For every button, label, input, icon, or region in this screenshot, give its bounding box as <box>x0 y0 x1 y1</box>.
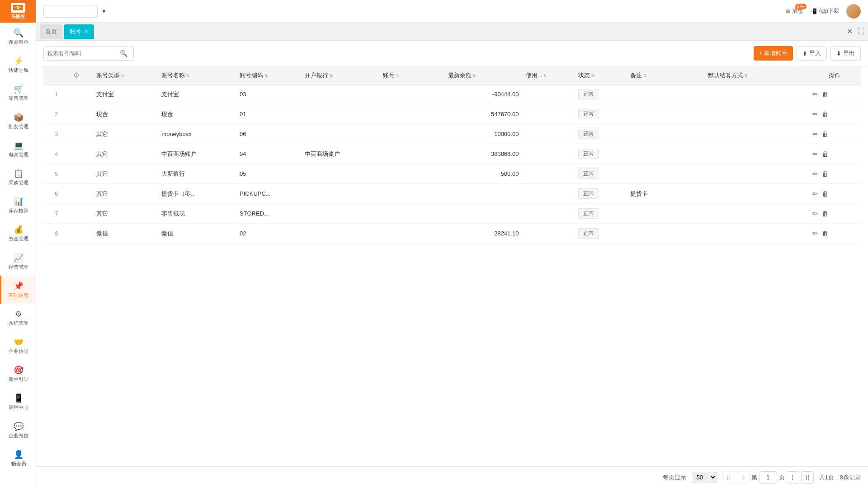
row-default <box>704 84 808 104</box>
row-use <box>522 164 574 184</box>
sidebar-item-label: 经营管理 <box>9 264 28 270</box>
delete-icon[interactable]: 🗑 <box>822 150 829 158</box>
row-settings <box>70 124 93 144</box>
tab-minimize-icon[interactable]: ✕ <box>847 27 853 36</box>
row-bank <box>301 84 379 104</box>
tab-maximize-icon[interactable]: ⛶ <box>858 27 864 36</box>
sidebar-item-label: 批发管理 <box>9 124 28 130</box>
row-status: 正常 <box>575 204 627 224</box>
sidebar-item-shortcut[interactable]: ⚡ 快捷导航 <box>0 51 36 79</box>
status-badge: 正常 <box>578 129 599 139</box>
last-page-button[interactable]: ⟩⟩ <box>801 471 814 484</box>
accounts-table: ⚙ 账号类型⇅ 账号名称⇅ 账号编码⇅ 开户银行⇅ <box>43 66 861 244</box>
edit-icon[interactable]: ✏ <box>812 190 818 198</box>
delete-icon[interactable]: 🗑 <box>822 210 829 217</box>
sidebar-item-app-center[interactable]: 📱 应用中心 <box>0 388 36 416</box>
delete-icon[interactable]: 🗑 <box>822 110 829 118</box>
sidebar-item-wholesale[interactable]: 📦 批发管理 <box>0 107 36 135</box>
row-balance: 383866.00 <box>444 144 523 164</box>
export-button[interactable]: ⬇ 导出 <box>830 46 861 61</box>
delete-icon[interactable]: 🗑 <box>822 230 829 237</box>
sidebar-item-label: 基础信息 <box>9 292 28 298</box>
sidebar-item-enterprise-wechat[interactable]: 💬 企业微信 <box>0 416 36 444</box>
col-settings[interactable]: ⚙ <box>70 66 93 84</box>
edit-icon[interactable]: ✏ <box>812 90 818 99</box>
sort-icon: ⇅ <box>121 73 124 78</box>
edit-icon[interactable]: ✏ <box>812 210 818 218</box>
row-num: 7 <box>43 204 70 224</box>
sidebar-item-search[interactable]: 🔍 搜索菜单 <box>0 23 36 51</box>
row-use <box>522 124 574 144</box>
edit-icon[interactable]: ✏ <box>812 110 818 118</box>
col-use-header[interactable]: 使用...⇅ <box>522 66 574 84</box>
sidebar-item-guide[interactable]: 🎯 新手引导 <box>0 360 36 388</box>
page-size-select[interactable]: 50 100 <box>692 472 717 483</box>
row-account <box>379 84 444 104</box>
row-use <box>522 84 574 104</box>
sidebar-item-retail[interactable]: 🛒 零售管理 <box>0 79 36 107</box>
sort-icon: ⇅ <box>591 73 594 78</box>
row-default <box>704 144 808 164</box>
guide-icon: 🎯 <box>14 365 24 375</box>
message-button[interactable]: ✉ 消息 99+ <box>786 7 803 15</box>
header-search-input[interactable] <box>43 5 98 18</box>
sidebar-item-finance[interactable]: 💰 资金管理 <box>0 219 36 247</box>
edit-icon[interactable]: ✏ <box>812 230 818 238</box>
next-page-button[interactable]: ⟩ <box>787 471 799 484</box>
sidebar-item-label: 新手引导 <box>9 376 28 382</box>
app-center-icon: 📱 <box>14 393 24 403</box>
sidebar-item-inventory[interactable]: 📊 库存核算 <box>0 191 36 219</box>
col-status-header[interactable]: 状态⇅ <box>575 66 627 84</box>
sidebar-item-operations[interactable]: 📈 经营管理 <box>0 248 36 276</box>
tab-home[interactable]: 首页 <box>40 24 62 39</box>
import-button[interactable]: ⬆ 导入 <box>797 46 827 61</box>
sidebar-item-ecommerce[interactable]: 💻 电商管理 <box>0 135 36 163</box>
col-note-header[interactable]: 备注⇅ <box>627 66 705 84</box>
col-balance-header[interactable]: 最新余额⇅ <box>444 66 523 84</box>
app-download-button[interactable]: 📲 App下载 <box>810 7 839 15</box>
tab-close-icon[interactable]: ✕ <box>84 29 89 34</box>
col-default-header[interactable]: 默认结算方式⇅ <box>704 66 808 84</box>
sort-icon: ⇅ <box>744 73 748 78</box>
settings-icon[interactable]: ⚙ <box>73 71 80 79</box>
prev-page-button[interactable]: ⟨ <box>737 471 750 484</box>
row-balance: 28241.10 <box>444 224 523 244</box>
col-type-header[interactable]: 账号类型⇅ <box>93 66 158 84</box>
edit-icon[interactable]: ✏ <box>812 150 818 158</box>
app-logo: 乐版版 <box>0 0 36 23</box>
tab-accounts[interactable]: 账号 ✕ <box>64 24 94 39</box>
delete-icon[interactable]: 🗑 <box>822 190 829 197</box>
edit-icon[interactable]: ✏ <box>812 130 818 138</box>
sidebar-item-enterprise-collab[interactable]: 🤝 企业协同 <box>0 332 36 360</box>
header-dropdown[interactable]: ▼ <box>101 8 107 14</box>
add-account-button[interactable]: + 新增账号 <box>754 46 793 61</box>
page-number-input[interactable] <box>759 471 777 484</box>
row-status: 正常 <box>575 164 627 184</box>
row-balance <box>444 204 523 224</box>
col-code-header[interactable]: 账号编码⇅ <box>236 66 301 84</box>
delete-icon[interactable]: 🗑 <box>822 130 829 138</box>
col-account-header[interactable]: 账号⇅ <box>379 66 444 84</box>
pagination: ⟨⟨ ⟨ 第 页 ⟩ ⟩⟩ <box>722 471 814 484</box>
sidebar-item-system[interactable]: ⚙ 系统管理 <box>0 304 36 332</box>
sort-icon: ⇅ <box>186 73 189 78</box>
col-bank-header[interactable]: 开户银行⇅ <box>301 66 379 84</box>
sidebar-item-basic-info[interactable]: 📌 基础信息 <box>0 276 36 304</box>
row-use <box>522 144 574 164</box>
sidebar-item-purchase[interactable]: 📋 采购管理 <box>0 163 36 191</box>
delete-icon[interactable]: 🗑 <box>822 90 829 98</box>
edit-icon[interactable]: ✏ <box>812 170 818 178</box>
row-account <box>379 104 444 124</box>
table-row: 8 微信 微信 02 28241.10 正常 ✏ 🗑 <box>43 224 861 244</box>
row-code: 02 <box>236 224 301 244</box>
first-page-button[interactable]: ⟨⟨ <box>722 471 735 484</box>
row-name: 微信 <box>158 224 236 244</box>
avatar[interactable] <box>846 4 861 19</box>
sidebar-item-vip[interactable]: 👤 畅会员 <box>0 444 36 472</box>
tab-accounts-label: 账号 <box>70 28 81 36</box>
row-type: 微信 <box>93 224 158 244</box>
search-input[interactable] <box>47 50 120 56</box>
delete-icon[interactable]: 🗑 <box>822 170 829 178</box>
col-name-header[interactable]: 账号名称⇅ <box>158 66 236 84</box>
basic-info-icon: 📌 <box>14 281 24 291</box>
